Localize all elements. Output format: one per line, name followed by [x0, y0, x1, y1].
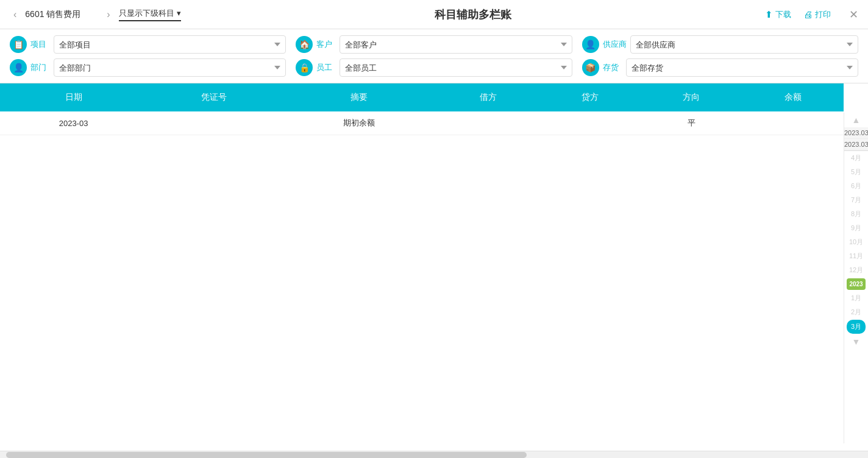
department-icon: 👤 [10, 59, 27, 76]
project-label: 项目 [30, 39, 50, 50]
customer-select[interactable]: 全部客户 [340, 35, 572, 54]
filter-employee: 🔒 员工 全部员工 [296, 58, 572, 77]
timeline-month-3[interactable]: 3月 [847, 320, 866, 334]
employee-select[interactable]: 全部员工 [340, 58, 572, 77]
customer-icon: 🏠 [296, 36, 313, 53]
customer-label: 客户 [316, 39, 336, 50]
col-voucher: 凭证号 [147, 83, 280, 111]
timeline-month-1[interactable]: 1月 [844, 291, 868, 305]
close-button[interactable]: ✕ [849, 8, 858, 21]
supplier-icon: 👤 [582, 36, 599, 53]
timeline-panel: ▲ 2023.03 2023.03 4月 5月 6月 7月 8月 9月 10月 … [844, 113, 868, 443]
timeline-month-9[interactable]: 9月 [844, 221, 868, 235]
timeline-scroll-down[interactable]: ▼ [844, 334, 868, 349]
page-title: 科目辅助多栏账 [181, 7, 765, 22]
timeline-month-6[interactable]: 6月 [844, 179, 868, 193]
account-code: 6601 销售费用 [25, 9, 98, 20]
timeline-month-5[interactable]: 5月 [844, 165, 868, 179]
col-date: 日期 [0, 83, 147, 111]
cell-summary: 期初余额 [281, 111, 438, 135]
project-select[interactable]: 全部项目 [54, 35, 286, 54]
project-icon: 📋 [10, 36, 27, 53]
cell-direction: 平 [641, 111, 742, 135]
filter-inventory: 📦 存货 全部存货 [582, 58, 858, 77]
title-bar-right: ⬆ 下载 🖨 打印 ✕ [765, 8, 858, 21]
timeline-month-10[interactable]: 10月 [844, 235, 868, 249]
cell-voucher [147, 111, 280, 135]
nav-prev-button[interactable]: ‹ [10, 8, 20, 21]
timeline-month-8[interactable]: 8月 [844, 207, 868, 221]
col-direction: 方向 [641, 83, 742, 111]
timeline-year-badge: 2023 [847, 278, 866, 290]
filter-supplier: 👤 供应商 全部供应商 [582, 35, 858, 54]
inventory-select[interactable]: 全部存货 [626, 58, 858, 77]
timeline-month-11[interactable]: 11月 [844, 249, 868, 263]
title-bar-left: ‹ 6601 销售费用 › 只显示下级科目 ▾ [10, 8, 181, 21]
filter-bar: 📋 项目 全部项目 🏠 客户 全部客户 👤 供应商 全部供应商 [0, 29, 868, 83]
filter-row-1: 📋 项目 全部项目 🏠 客户 全部客户 👤 供应商 全部供应商 [10, 35, 858, 54]
timeline-month-12[interactable]: 12月 [844, 263, 868, 277]
timeline-top-item-1[interactable]: 2023.03 [844, 127, 868, 139]
department-label: 部门 [30, 62, 50, 73]
cell-balance [742, 111, 844, 135]
employee-icon: 🔒 [296, 59, 313, 76]
show-sub-label: 只显示下级科目 [119, 8, 174, 19]
table-container: 日期 凭证号 摘要 借方 贷方 方向 余额 2023-03 期初余额 [0, 83, 844, 451]
title-bar: ‹ 6601 销售费用 › 只显示下级科目 ▾ 科目辅助多栏账 ⬆ 下载 🖨 打… [0, 0, 868, 29]
inventory-icon: 📦 [582, 59, 599, 76]
employee-label: 员工 [316, 62, 336, 73]
download-label: 下载 [775, 9, 791, 20]
supplier-select[interactable]: 全部供应商 [630, 35, 858, 54]
chevron-down-icon: ▾ [177, 9, 181, 18]
timeline-scroll-up[interactable]: ▲ [844, 113, 868, 127]
cell-debit [438, 111, 539, 135]
cell-credit [539, 111, 641, 135]
inventory-label: 存货 [603, 62, 622, 73]
horizontal-scrollbar[interactable] [0, 451, 868, 458]
show-sub-dropdown[interactable]: 只显示下级科目 ▾ [119, 8, 181, 21]
nav-next-button[interactable]: › [103, 8, 113, 21]
cell-date: 2023-03 [0, 111, 147, 135]
download-icon: ⬆ [765, 9, 773, 20]
print-icon: 🖨 [803, 9, 813, 19]
department-select[interactable]: 全部部门 [54, 58, 286, 77]
timeline-month-4[interactable]: 4月 [844, 151, 868, 165]
timeline-top-items: 2023.03 2023.03 [844, 127, 868, 151]
filter-project: 📋 项目 全部项目 [10, 35, 286, 54]
supplier-label: 供应商 [603, 39, 627, 50]
filter-customer: 🏠 客户 全部客户 [296, 35, 572, 54]
timeline-month-7[interactable]: 7月 [844, 193, 868, 207]
print-label: 打印 [815, 9, 831, 20]
filter-department: 👤 部门 全部部门 [10, 58, 286, 77]
filter-row-2: 👤 部门 全部部门 🔒 员工 全部员工 📦 存货 全部存货 [10, 58, 858, 77]
col-debit: 借方 [438, 83, 539, 111]
table-header-row: 日期 凭证号 摘要 借方 贷方 方向 余额 [0, 83, 844, 111]
print-button[interactable]: 🖨 打印 [803, 9, 831, 20]
scrollbar-thumb[interactable] [6, 452, 527, 458]
col-balance: 余额 [742, 83, 844, 111]
main-window: ‹ 6601 销售费用 › 只显示下级科目 ▾ 科目辅助多栏账 ⬆ 下载 🖨 打… [0, 0, 868, 458]
col-credit: 贷方 [539, 83, 641, 111]
ledger-table: 日期 凭证号 摘要 借方 贷方 方向 余额 2023-03 期初余额 [0, 83, 844, 135]
col-summary: 摘要 [281, 83, 438, 111]
download-button[interactable]: ⬆ 下载 [765, 9, 791, 20]
timeline-top-item-2[interactable]: 2023.03 [844, 139, 868, 150]
timeline-month-2[interactable]: 2月 [844, 305, 868, 319]
table-row: 2023-03 期初余额 平 [0, 111, 844, 135]
